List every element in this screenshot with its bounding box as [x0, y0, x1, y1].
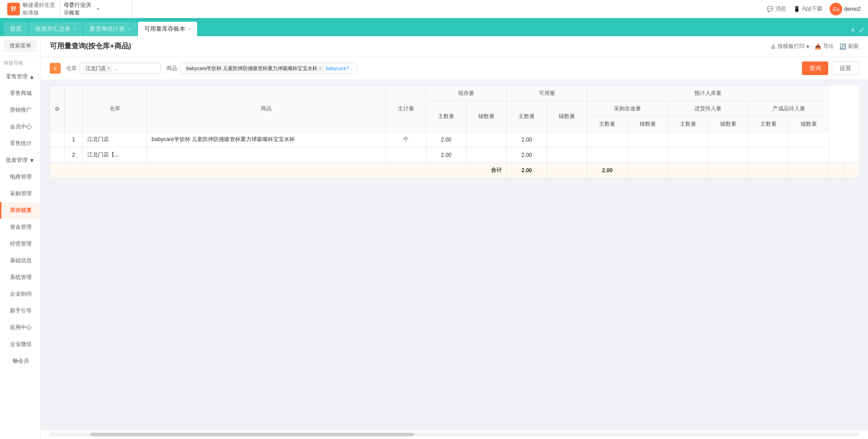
sidebar-item-newbie[interactable]: 新手引导	[0, 302, 40, 319]
sidebar-label-marketing: 营销推广	[10, 107, 32, 113]
sidebar-label-cooperation: 企业协同	[10, 291, 32, 297]
row-avail-main: 2.00	[507, 147, 547, 163]
sidebar-item-inventory-check[interactable]: 库存核算	[0, 202, 40, 219]
th-warehouse: 仓库	[83, 86, 147, 132]
search-menu-btn[interactable]: 搜索菜单	[4, 40, 37, 52]
arrow-icon-wholesale: ▼	[29, 157, 35, 164]
sidebar: 搜索菜单 快捷导航 零售管理 ▲ 零售商城 营销推广 会员中心 零售统计 批发管…	[0, 36, 41, 439]
user-name: demo2	[844, 6, 861, 12]
row-inbound-main	[668, 147, 708, 163]
tab-close-all-btn[interactable]: ×	[851, 26, 855, 34]
logo-icon: 好	[7, 3, 20, 15]
tab-orders[interactable]: 要货单统计表 ×	[83, 22, 137, 36]
warehouse-filter: 仓库 江北门店 × ...	[66, 63, 161, 74]
message-icon: 💬	[767, 6, 774, 12]
th-current-stock: 现存量	[426, 86, 506, 101]
sidebar-label-retail-mgmt: 零售管理	[6, 73, 28, 80]
row-purchase-aux	[627, 132, 668, 147]
store-selector[interactable]: 母婴行业演示账套 ▾	[60, 0, 132, 19]
tab-receipts-close[interactable]: ×	[73, 26, 76, 32]
export-btn[interactable]: 📤 导出	[815, 42, 834, 50]
print-chevron: ▾	[807, 43, 809, 50]
summary-current-main: 2.00	[507, 163, 547, 178]
row-unit	[386, 147, 426, 163]
row-inbound-main	[668, 132, 708, 147]
user-area[interactable]: Ea demo2	[830, 3, 861, 15]
sidebar-item-marketing[interactable]: 营销推广	[0, 102, 40, 118]
sidebar-item-purchase[interactable]: 采购管理	[0, 185, 40, 202]
th-purchase-main: 主数量	[587, 117, 627, 132]
chevron-down-icon: ▾	[97, 6, 128, 11]
sidebar-item-retail-stats[interactable]: 零售统计	[0, 135, 40, 152]
page-title: 可用量查询(按仓库+商品)	[50, 42, 131, 51]
settings-btn[interactable]: 设置	[832, 61, 859, 75]
warehouse-tag-input[interactable]: 江北门店 × ...	[80, 63, 161, 74]
sidebar-label-newbie: 新手引导	[10, 307, 32, 314]
sidebar-item-operations[interactable]: 经营管理	[0, 236, 40, 252]
tab-home[interactable]: 首页	[4, 22, 28, 36]
tab-expand-btn[interactable]: ⤢	[859, 26, 864, 34]
th-settings[interactable]: ⚙	[50, 86, 65, 132]
message-label: 消息	[775, 5, 786, 13]
th-current-main: 主数量	[426, 101, 466, 132]
warehouse-tag-close[interactable]: ×	[107, 66, 110, 71]
filter-toggle-btn[interactable]: »	[50, 63, 61, 74]
tab-inventory-close[interactable]: ×	[188, 26, 191, 32]
message-btn[interactable]: 💬 消息	[767, 5, 786, 13]
print-template-btn[interactable]: 🖨 按模板打印 ▾	[770, 42, 809, 50]
product-label: 商品	[166, 65, 177, 72]
sidebar-item-retail-store[interactable]: 零售商城	[0, 85, 40, 102]
th-products-aux: 辅数量	[789, 117, 829, 132]
sidebar-label-finance: 资金管理	[10, 224, 32, 230]
product-tag-close-1[interactable]: ×	[319, 66, 321, 71]
app-icon: 📱	[793, 6, 800, 12]
sidebar-item-cooperation[interactable]: 企业协同	[0, 286, 40, 302]
refresh-btn[interactable]: 🔄 刷新	[840, 42, 859, 50]
tab-receipts-label: 收发存汇总表	[35, 25, 71, 33]
sidebar-item-retail-mgmt[interactable]: 零售管理 ▲	[0, 68, 40, 85]
sidebar-item-wechat-biz[interactable]: 企业微信	[0, 336, 40, 353]
main-layout: 搜索菜单 快捷导航 零售管理 ▲ 零售商城 营销推广 会员中心 零售统计 批发管…	[0, 36, 868, 439]
row-inbound-aux	[708, 132, 748, 147]
sidebar-search-area: 搜索菜单	[0, 36, 40, 56]
row-settings	[50, 147, 65, 163]
sidebar-label-wechat: 企业微信	[10, 341, 32, 347]
sidebar-label-members: 会员中心	[10, 123, 32, 130]
filter-actions: 查询 设置	[802, 61, 859, 75]
sidebar-item-system[interactable]: 系统管理	[0, 269, 40, 286]
summary-row: 合计 2.00 2.00	[50, 163, 859, 178]
top-bar-right: 💬 消息 📱 App下载 Ea demo2	[767, 3, 861, 15]
row-unit: 个	[386, 132, 426, 147]
sidebar-item-ecommerce[interactable]: 电商管理	[0, 169, 40, 185]
page-header: 可用量查询(按仓库+商品) 🖨 按模板打印 ▾ 📤 导出 🔄 刷新	[41, 36, 868, 57]
query-btn[interactable]: 查询	[802, 61, 828, 75]
sidebar-label-wholesale: 批发管理	[6, 156, 28, 164]
sidebar-item-vip[interactable]: 畅会员	[0, 353, 40, 369]
tab-inventory[interactable]: 可用量库存账本 ×	[138, 22, 197, 36]
row-no: 2	[65, 147, 83, 163]
th-inbound-pending: 进货待入量	[668, 101, 748, 117]
sidebar-item-app-center[interactable]: 应用中心	[0, 319, 40, 336]
sidebar-item-members[interactable]: 会员中心	[0, 118, 40, 135]
row-current-aux	[466, 132, 506, 147]
th-products-pending: 产成品待入量	[748, 101, 829, 117]
row-purchase-main	[587, 147, 627, 163]
tab-orders-close[interactable]: ×	[127, 26, 130, 32]
row-product: babycare学饮杯 儿童防摔防撞吸管杯重力球吸嘴杯宝宝水杯	[147, 132, 386, 147]
warehouse-label: 仓库	[66, 65, 77, 72]
sidebar-item-finance[interactable]: 资金管理	[0, 219, 40, 236]
th-avail-aux: 辅数量	[547, 101, 587, 132]
top-bar: 好 畅捷通好生意 标准版 母婴行业演示账套 ▾ 💬 消息 📱 App下载 Ea …	[0, 0, 868, 18]
sidebar-item-wholesale-mgmt[interactable]: 批发管理 ▼	[0, 152, 40, 169]
tab-receipts[interactable]: 收发存汇总表 ×	[29, 22, 82, 36]
row-purchase-main	[587, 132, 627, 147]
scroll-track[interactable]	[50, 433, 859, 436]
data-table: ⚙ 仓库 商品 主计量 现存量 可用量 预计入库量 主数量 辅数量 主数量 辅数…	[50, 85, 859, 178]
table-row: 1 江北门店 babycare学饮杯 儿童防摔防撞吸管杯重力球吸嘴杯宝宝水杯 个…	[50, 132, 859, 147]
sidebar-item-basic-info[interactable]: 基础信息	[0, 252, 40, 269]
th-no	[65, 86, 83, 132]
scroll-thumb[interactable]	[90, 433, 414, 436]
product-tag-input[interactable]: babycare学饮杯 儿童防摔防撞吸管杯重力球吸嘴杯宝宝水杯 × babyca…	[180, 63, 357, 74]
app-download-btn[interactable]: 📱 App下载	[793, 5, 822, 13]
arrow-icon-retail: ▲	[29, 74, 35, 80]
